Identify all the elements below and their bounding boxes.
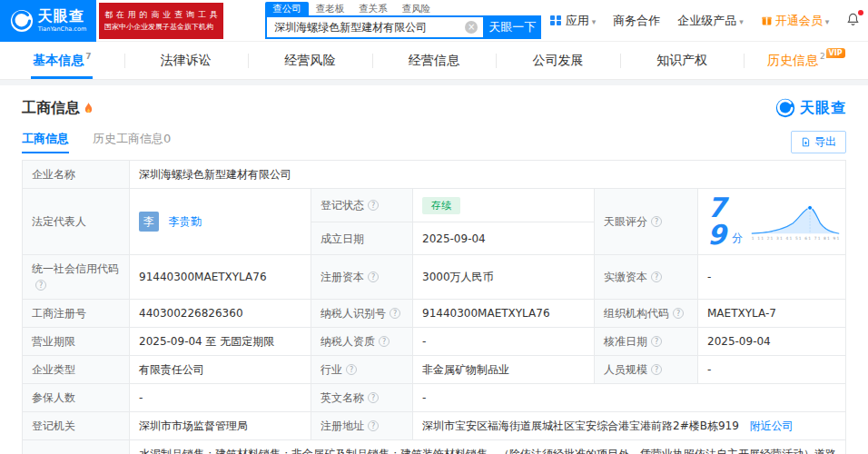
field-value-company-type: 有限责任公司 <box>130 356 311 384</box>
field-value-address: 深圳市宝安区福海街道展城社区宝安综合港宝港前路2#楼B栋919 附近公司 <box>413 412 846 440</box>
search-tab-relation[interactable]: 查关系 <box>351 2 395 15</box>
chevron-down-icon <box>739 14 744 27</box>
notification-bell[interactable] <box>846 13 860 29</box>
field-label-business-scope: 经营范围 <box>23 440 130 454</box>
nav-apps-label: 应用 <box>566 13 589 29</box>
tab-label: 知识产权 <box>656 53 707 69</box>
logo-name: 天眼查 <box>38 8 86 25</box>
search-button[interactable]: 天眼一下 <box>483 15 541 39</box>
field-value-company-name: 深圳海螺绿色新型建材有限公司 <box>130 161 846 189</box>
field-value-taxpayer-qual: - <box>413 328 595 356</box>
score-axis-ticks: 1 11 21 31 41 51 61 71 81 91 <box>752 236 840 241</box>
help-icon[interactable] <box>35 280 46 291</box>
legal-rep-link[interactable]: 李贵勤 <box>169 215 202 228</box>
tab-history-info[interactable]: 历史信息 2 VIP <box>744 42 868 79</box>
field-value-credit-code: 91440300MAETXYLA76 <box>130 255 311 300</box>
business-info-section: 工商信息 天眼查 工商信息 历史工商信息0 导出 企业名称 深圳海螺绿色新型建材… <box>0 85 868 454</box>
table-row: 法定代表人 李 李贵勤 登记状态 存续 天眼评分 79分 <box>23 189 846 222</box>
nav-cooperation[interactable]: 商务合作 <box>613 13 660 29</box>
tab-operating-risk[interactable]: 经营风险 <box>248 42 372 79</box>
help-icon[interactable] <box>368 420 379 431</box>
field-label-establish-date: 成立日期 <box>311 222 413 255</box>
table-row: 营业期限 2025-09-04 至 无固定期限 纳税人资质 - 核准日期 202… <box>23 328 846 356</box>
field-label-legal-rep: 法定代表人 <box>23 189 130 255</box>
field-value-english-name: - <box>413 384 846 412</box>
tab-basic-info[interactable]: 基本信息 7 <box>0 42 124 79</box>
notification-dot <box>858 10 863 15</box>
nav-enterprise-label: 企业级产品 <box>677 13 736 29</box>
field-label-approve-date: 核准日期 <box>595 328 698 356</box>
field-value-paid-capital: - <box>698 255 846 300</box>
field-value-taxpayer-id: 91440300MAETXYLA76 <box>413 300 595 328</box>
nearby-companies-link[interactable]: 附近公司 <box>750 419 794 432</box>
help-icon[interactable] <box>390 308 400 319</box>
search-input[interactable] <box>265 15 483 39</box>
help-icon[interactable] <box>346 364 357 375</box>
field-value-legal-rep: 李 李贵勤 <box>130 189 311 255</box>
tianyancha-logo-icon <box>10 9 34 33</box>
tab-label: 基本信息 <box>33 53 84 69</box>
field-label-industry: 行业 <box>311 356 413 384</box>
top-nav: 应用 商务合作 企业级产品 开通会员 超级 <box>541 9 868 33</box>
help-icon[interactable] <box>651 216 662 227</box>
legal-rep-avatar[interactable]: 李 <box>139 212 159 232</box>
help-icon[interactable] <box>651 336 662 347</box>
tianyancha-logo[interactable]: 天眼查 TianYanCha.com <box>0 0 96 42</box>
nav-open-vip[interactable]: 开通会员 <box>761 13 830 29</box>
field-value-reg-no: 440300226826360 <box>130 300 311 328</box>
subtab-history-business-info[interactable]: 历史工商信息0 <box>93 131 171 153</box>
field-label-term: 营业期限 <box>23 328 130 356</box>
field-label-reg-authority: 登记机关 <box>23 412 130 440</box>
nav-apps[interactable]: 应用 <box>550 13 596 29</box>
help-icon[interactable] <box>368 200 379 211</box>
vip-badge: VIP <box>826 48 845 58</box>
help-icon[interactable] <box>651 364 662 375</box>
help-icon[interactable] <box>651 271 662 282</box>
field-value-reg-status: 存续 <box>413 189 595 222</box>
field-value-score: 79分 1 11 21 31 41 51 61 71 81 91 <box>698 189 846 255</box>
business-info-table: 企业名称 深圳海螺绿色新型建材有限公司 法定代表人 李 李贵勤 登记状态 存续 … <box>22 160 846 454</box>
logo-domain: TianYanCha.com <box>38 25 86 33</box>
status-badge: 存续 <box>422 197 460 214</box>
search-tab-company[interactable]: 查公司 <box>265 2 309 15</box>
tab-legal-proceedings[interactable]: 法律诉讼 <box>124 42 249 79</box>
field-label-insured-num: 参保人数 <box>23 384 130 412</box>
field-value-industry: 非金属矿物制品业 <box>413 356 595 384</box>
field-value-insured-num: - <box>130 384 311 412</box>
chevron-down-icon <box>592 14 597 27</box>
score-distribution-chart: 1 11 21 31 41 51 61 71 81 91 <box>748 200 843 243</box>
tab-label: 公司发展 <box>533 53 584 69</box>
apps-grid-icon <box>550 15 561 26</box>
subtab-business-info[interactable]: 工商信息 <box>22 131 69 153</box>
nav-enterprise[interactable]: 企业级产品 <box>677 13 744 29</box>
search-tab-risk[interactable]: 查风险 <box>395 2 439 15</box>
watermark-label: 天眼查 <box>800 99 846 118</box>
tab-label: 历史信息 <box>767 53 818 69</box>
tianyancha-watermark: 天眼查 <box>775 98 846 118</box>
field-value-approve-date: 2025-09-04 <box>698 328 846 356</box>
field-label-address: 注册地址 <box>311 412 413 440</box>
help-icon[interactable] <box>368 271 379 282</box>
field-value-business-scope: 水泥制品销售；建筑材料销售；非金属矿及制品销售；建筑装饰材料销售。（除依法须经批… <box>130 440 846 454</box>
field-label-reg-status: 登记状态 <box>311 189 413 222</box>
tab-intellectual-property[interactable]: 知识产权 <box>620 42 745 79</box>
tab-operating-info[interactable]: 经营信息 <box>372 42 497 79</box>
field-label-score: 天眼评分 <box>595 189 698 255</box>
field-value-org-code: MAETXYLA-7 <box>698 300 846 328</box>
field-label-company-name: 企业名称 <box>23 161 130 189</box>
help-icon[interactable] <box>368 392 379 403</box>
export-button[interactable]: 导出 <box>791 131 846 153</box>
field-value-term: 2025-09-04 至 无固定期限 <box>130 328 311 356</box>
table-row: 经营范围 水泥制品销售；建筑材料销售；非金属矿及制品销售；建筑装饰材料销售。（除… <box>23 440 846 454</box>
tab-company-development[interactable]: 公司发展 <box>496 42 620 79</box>
field-label-reg-no: 工商注册号 <box>23 300 130 328</box>
nav-open-vip-label: 开通会员 <box>775 13 823 29</box>
field-label-company-type: 企业类型 <box>23 356 130 384</box>
table-row: 工商注册号 440300226826360 纳税人识别号 91440300MAE… <box>23 300 846 328</box>
subtab-row: 工商信息 历史工商信息0 导出 <box>22 129 846 154</box>
help-icon[interactable] <box>673 308 684 319</box>
chevron-down-icon <box>825 14 830 27</box>
help-icon[interactable] <box>379 336 390 347</box>
search-tab-boss[interactable]: 查老板 <box>309 2 352 15</box>
export-label: 导出 <box>814 134 836 150</box>
